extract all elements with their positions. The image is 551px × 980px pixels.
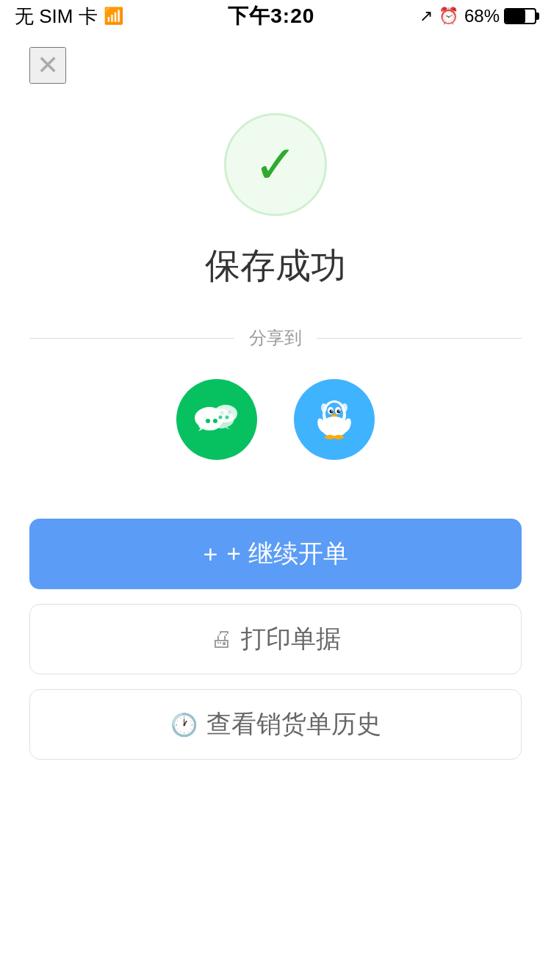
svg-point-9 — [226, 416, 229, 419]
success-section: ✓ 保存成功 分享到 — [29, 113, 522, 460]
continue-label: + 继续开单 — [226, 537, 347, 571]
plus-icon: + — [203, 540, 217, 569]
svg-point-16 — [331, 410, 333, 411]
battery-icon — [504, 8, 536, 24]
main-content: ✕ ✓ 保存成功 分享到 — [0, 32, 551, 789]
svg-point-25 — [321, 403, 327, 412]
battery-percent: 68% — [464, 6, 500, 26]
history-label: 查看销货单历史 — [206, 707, 381, 741]
status-right: ↗ ⏰ 68% — [419, 6, 536, 26]
carrier-text: 无 SIM 卡 — [15, 4, 98, 29]
svg-point-14 — [330, 410, 334, 414]
close-button[interactable]: ✕ — [29, 47, 66, 84]
svg-point-21 — [325, 435, 335, 439]
svg-point-7 — [213, 419, 217, 423]
divider-line-right — [317, 338, 522, 339]
battery-fill — [505, 10, 525, 23]
wechat-share-button[interactable] — [176, 379, 257, 460]
svg-point-26 — [342, 403, 347, 412]
status-bar: 无 SIM 卡 📶 下午3:20 ↗ ⏰ 68% — [0, 0, 551, 32]
success-title: 保存成功 — [205, 242, 346, 289]
print-label: 打印单据 — [241, 622, 341, 656]
history-icon: 🕐 — [170, 712, 198, 738]
checkmark-icon: ✓ — [253, 138, 298, 191]
history-button[interactable]: 🕐 查看销货单历史 — [29, 689, 522, 760]
status-time: 下午3:20 — [228, 2, 314, 30]
alarm-icon: ⏰ — [439, 7, 458, 26]
svg-point-22 — [334, 435, 344, 439]
wifi-icon: 📶 — [104, 7, 123, 26]
svg-point-17 — [339, 410, 340, 411]
battery-container: 68% — [464, 6, 536, 26]
share-label: 分享到 — [249, 326, 302, 350]
qq-icon — [311, 396, 358, 443]
print-icon: 🖨 — [210, 627, 232, 652]
svg-point-8 — [219, 416, 223, 419]
divider-line-left — [29, 338, 234, 339]
action-buttons: + + 继续开单 🖨 打印单据 🕐 查看销货单历史 — [29, 519, 522, 760]
print-button[interactable]: 🖨 打印单据 — [29, 604, 522, 674]
svg-point-15 — [337, 410, 341, 414]
qq-share-button[interactable] — [294, 379, 375, 460]
svg-point-6 — [206, 419, 210, 423]
share-divider: 分享到 — [29, 326, 522, 350]
success-circle: ✓ — [224, 113, 327, 216]
status-left: 无 SIM 卡 📶 — [15, 4, 123, 29]
svg-point-20 — [327, 419, 342, 434]
wechat-icon — [193, 396, 240, 443]
share-icons — [29, 379, 522, 460]
location-icon: ↗ — [419, 7, 433, 26]
close-icon: ✕ — [37, 52, 59, 79]
continue-button[interactable]: + + 继续开单 — [29, 519, 522, 589]
